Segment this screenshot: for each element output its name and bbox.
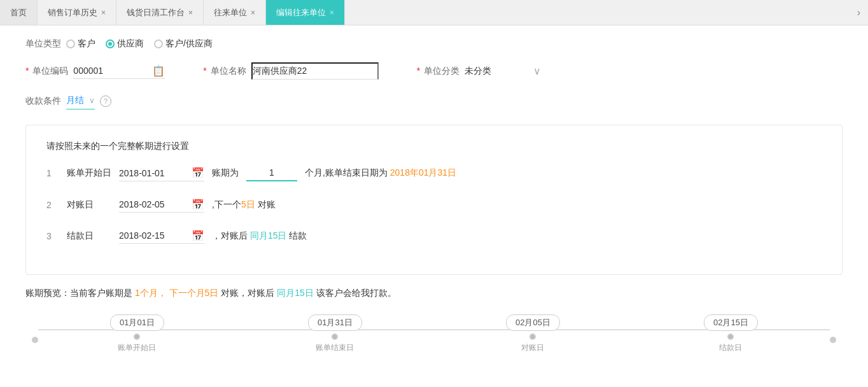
timeline-points-row: 01月01日 账单开始日 01月31日 账单结束日 02月05日 对账日 02月… bbox=[38, 314, 830, 353]
timeline-point-2: 01月31日 账单结束日 bbox=[308, 314, 362, 353]
tab-cash-workbench-label: 钱货日清工作台 bbox=[127, 7, 185, 18]
period-settings-box: 请按照未来的一个完整帐期进行设置 1 账单开始日 📅 账期为 个月,账单结束日期… bbox=[25, 125, 843, 275]
payment-condition-select[interactable]: 月结 ∨ bbox=[66, 92, 95, 109]
timeline-caption-3: 对账日 bbox=[521, 342, 544, 353]
radio-both-label: 客户/供应商 bbox=[165, 38, 213, 50]
period-row-1-desc: 个月,账单结束日期为 2018年01月31日 bbox=[305, 167, 456, 179]
period-row-2-label: 对账日 bbox=[67, 199, 111, 211]
radio-customer-label: 客户 bbox=[78, 38, 95, 50]
period-row-3-calendar-icon[interactable]: 📅 bbox=[192, 230, 204, 242]
period-row-1-suffix: 账期为 bbox=[212, 167, 239, 179]
timeline-dot-3 bbox=[529, 334, 536, 340]
unit-category-select[interactable]: 未分类 ∨ bbox=[465, 65, 541, 77]
period-row-2: 2 对账日 📅 ,下一个5日 对账 bbox=[46, 197, 822, 213]
tab-more-button[interactable]: › bbox=[850, 7, 868, 18]
period-row-1-date-input[interactable] bbox=[119, 165, 189, 181]
preview-part3: 对账，对账后 bbox=[221, 288, 274, 298]
tab-bar: 首页 销售订单历史 × 钱货日清工作台 × 往来单位 × 编辑往来单位 × › bbox=[0, 0, 868, 25]
unit-category-value: 未分类 bbox=[465, 66, 528, 77]
timeline-label-2: 01月31日 bbox=[308, 314, 362, 331]
timeline-point-3: 02月05日 对账日 bbox=[506, 314, 560, 353]
unit-category-star: * bbox=[417, 66, 420, 76]
unit-code-icon[interactable]: 📋 bbox=[152, 65, 165, 77]
radio-supplier-label: 供应商 bbox=[117, 38, 144, 50]
tab-partner-unit-label: 往来单位 bbox=[214, 7, 247, 18]
period-row-3-day: 同月15日 bbox=[250, 230, 287, 241]
radio-supplier-circle bbox=[106, 39, 115, 48]
tab-edit-partner-label: 编辑往来单位 bbox=[276, 7, 326, 18]
payment-condition-value: 月结 bbox=[66, 95, 84, 106]
payment-condition-chevron: ∨ bbox=[89, 96, 95, 105]
payment-condition-row: 收款条件 月结 ∨ ? bbox=[25, 92, 843, 109]
preview-part2: 下一个月5日 bbox=[169, 288, 219, 298]
unit-name-star: * bbox=[203, 66, 206, 76]
unit-code-input-wrap: 📋 bbox=[73, 63, 165, 79]
period-row-1-month-input[interactable] bbox=[246, 165, 297, 181]
radio-customer-circle bbox=[66, 39, 75, 48]
tab-edit-partner-close[interactable]: × bbox=[330, 8, 334, 17]
preview-part1: 1个月， bbox=[135, 288, 167, 298]
preview-prefix: 账期预览：当前客户账期是 bbox=[25, 288, 132, 298]
unit-type-radio-group: 客户 供应商 客户/供应商 bbox=[66, 38, 213, 50]
tab-sales-history[interactable]: 销售订单历史 × bbox=[38, 0, 116, 25]
timeline-dot-2 bbox=[332, 334, 338, 340]
tab-partner-unit-close[interactable]: × bbox=[251, 8, 255, 17]
period-row-3: 3 结款日 📅 ，对账后 同月15日 结款 bbox=[46, 228, 822, 244]
radio-customer[interactable]: 客户 bbox=[66, 38, 95, 50]
tab-home[interactable]: 首页 bbox=[0, 0, 38, 25]
period-row-1-end-date: 2018年01月31日 bbox=[390, 167, 456, 178]
period-row-2-num: 2 bbox=[46, 200, 59, 210]
tab-home-label: 首页 bbox=[10, 7, 27, 18]
period-row-2-calendar-icon[interactable]: 📅 bbox=[192, 199, 204, 211]
tab-sales-history-close[interactable]: × bbox=[101, 8, 106, 17]
timeline-label-3: 02月05日 bbox=[506, 314, 560, 331]
payment-condition-label: 收款条件 bbox=[25, 95, 61, 107]
timeline: 01月01日 账单开始日 01月31日 账单结束日 02月05日 对账日 02月… bbox=[25, 314, 843, 353]
timeline-caption-2: 账单结束日 bbox=[316, 342, 354, 353]
timeline-right-dot bbox=[830, 337, 836, 343]
period-row-3-desc: ，对账后 同月15日 结款 bbox=[212, 230, 307, 242]
period-row-3-date-input[interactable] bbox=[119, 228, 189, 243]
timeline-caption-4: 结款日 bbox=[719, 342, 742, 353]
unit-name-field: * 单位名称 bbox=[203, 62, 378, 80]
chevron-down-icon: ∨ bbox=[533, 65, 541, 77]
tab-partner-unit[interactable]: 往来单位 × bbox=[204, 0, 266, 25]
timeline-caption-1: 账单开始日 bbox=[118, 342, 156, 353]
unit-code-label: * 单位编码 bbox=[25, 66, 68, 77]
tab-cash-workbench[interactable]: 钱货日清工作台 × bbox=[116, 0, 204, 25]
help-icon[interactable]: ? bbox=[100, 95, 111, 107]
page-content: 单位类型 客户 供应商 客户/供应商 * 单位编码 bbox=[0, 25, 868, 387]
timeline-point-4: 02月15日 结款日 bbox=[704, 314, 758, 353]
period-row-1-label: 账单开始日 bbox=[67, 167, 111, 179]
period-row-1-calendar-icon[interactable]: 📅 bbox=[192, 167, 204, 179]
tab-edit-partner[interactable]: 编辑往来单位 × bbox=[266, 0, 345, 25]
unit-code-input[interactable] bbox=[73, 63, 150, 78]
unit-type-row: 单位类型 客户 供应商 客户/供应商 bbox=[25, 38, 843, 50]
radio-supplier[interactable]: 供应商 bbox=[106, 38, 144, 50]
period-row-2-desc: ,下一个5日 对账 bbox=[212, 199, 276, 211]
preview-part4: 同月15日 bbox=[277, 288, 314, 298]
period-title: 请按照未来的一个完整帐期进行设置 bbox=[46, 141, 822, 152]
tab-sales-history-label: 销售订单历史 bbox=[48, 7, 97, 18]
unit-name-input[interactable] bbox=[251, 62, 379, 80]
period-row-2-date-wrap: 📅 bbox=[119, 197, 204, 213]
timeline-inner: 01月01日 账单开始日 01月31日 账单结束日 02月05日 对账日 02月… bbox=[38, 314, 830, 353]
timeline-left-dot bbox=[32, 337, 38, 343]
tab-cash-workbench-close[interactable]: × bbox=[188, 8, 193, 17]
period-row-1-num: 1 bbox=[46, 168, 59, 178]
unit-code-field: * 单位编码 📋 bbox=[25, 63, 165, 79]
period-row-2-day: 5日 bbox=[241, 199, 255, 209]
timeline-dot-1 bbox=[134, 334, 140, 340]
unit-type-label: 单位类型 bbox=[25, 38, 61, 50]
unit-category-label: * 单位分类 bbox=[417, 66, 459, 77]
period-row-3-label: 结款日 bbox=[67, 230, 111, 242]
radio-both[interactable]: 客户/供应商 bbox=[154, 38, 213, 50]
unit-category-field: * 单位分类 未分类 ∨ bbox=[417, 65, 541, 77]
timeline-label-1: 01月01日 bbox=[110, 314, 164, 331]
unit-code-star: * bbox=[25, 66, 29, 76]
preview-text: 账期预览：当前客户账期是 1个月， 下一个月5日 对账，对账后 同月15日 该客… bbox=[25, 288, 843, 299]
period-row-2-date-input[interactable] bbox=[119, 197, 189, 212]
period-row-1-date-wrap: 📅 bbox=[119, 165, 204, 181]
preview-suffix: 该客户会给我打款。 bbox=[316, 288, 396, 298]
period-row-1: 1 账单开始日 📅 账期为 个月,账单结束日期为 2018年01月31日 bbox=[46, 165, 822, 181]
